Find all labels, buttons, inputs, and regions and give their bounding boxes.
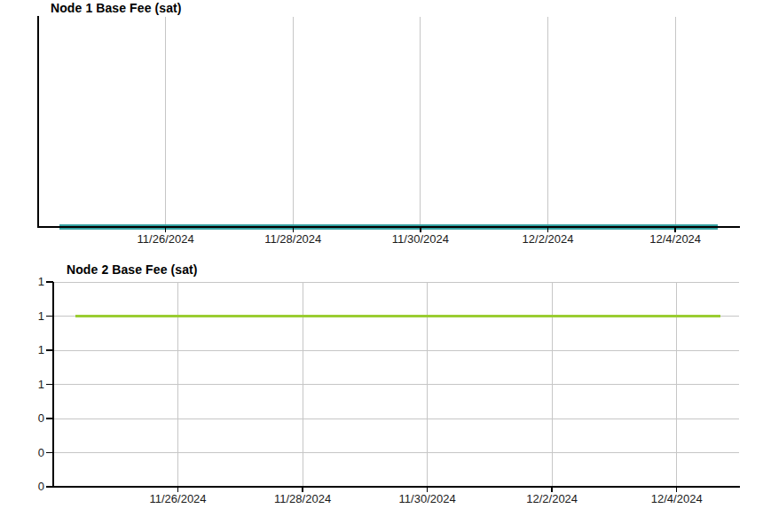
- chart-title-node1: Node 1 Base Fee (sat): [51, 1, 182, 15]
- x-gridline: [675, 17, 676, 227]
- x-tick-label: 12/4/2024: [635, 232, 715, 246]
- y-tick: [46, 418, 53, 419]
- y-gridline: [53, 452, 739, 453]
- y-tick: [46, 316, 53, 317]
- y-axis: [37, 16, 39, 228]
- x-tick-label: 12/2/2024: [512, 492, 592, 506]
- series-line-node2: [75, 315, 720, 317]
- y-tick-label: 1: [14, 378, 44, 392]
- x-gridline: [293, 17, 294, 227]
- y-tick-label: 0: [14, 446, 44, 460]
- x-tick-label: 11/28/2024: [253, 232, 333, 246]
- x-gridline: [547, 17, 548, 227]
- y-tick-label: 0: [14, 480, 44, 494]
- y-gridline: [53, 419, 739, 419]
- x-axis: [37, 226, 740, 228]
- x-axis: [52, 486, 740, 488]
- y-tick: [46, 452, 53, 454]
- y-tick: [46, 384, 53, 386]
- x-tick-label: 12/2/2024: [508, 232, 588, 246]
- y-gridline: [53, 350, 739, 351]
- x-tick-label: 11/28/2024: [263, 492, 342, 506]
- fee-charts-page: Node 1 Base Fee (sat) 11/26/202411/28/20…: [0, 0, 763, 532]
- x-tick-label: 11/26/2024: [138, 492, 218, 506]
- y-tick: [46, 281, 53, 283]
- x-tick-label: 11/30/2024: [381, 232, 460, 246]
- x-gridline: [165, 17, 166, 227]
- y-tick-label: 0: [14, 411, 44, 426]
- y-tick-label: 1: [14, 343, 44, 357]
- x-tick-label: 11/26/2024: [126, 232, 206, 246]
- x-tick-label: 11/30/2024: [388, 492, 468, 506]
- x-gridline: [420, 17, 421, 227]
- y-tick: [46, 349, 53, 351]
- y-tick: [46, 486, 53, 488]
- y-tick-label: 1: [14, 275, 44, 289]
- y-gridline: [53, 384, 739, 385]
- x-tick-label: 12/4/2024: [637, 492, 717, 506]
- y-gridline: [53, 282, 739, 283]
- chart-title-node2: Node 2 Base Fee (sat): [67, 262, 198, 277]
- y-tick-label: 1: [14, 309, 44, 324]
